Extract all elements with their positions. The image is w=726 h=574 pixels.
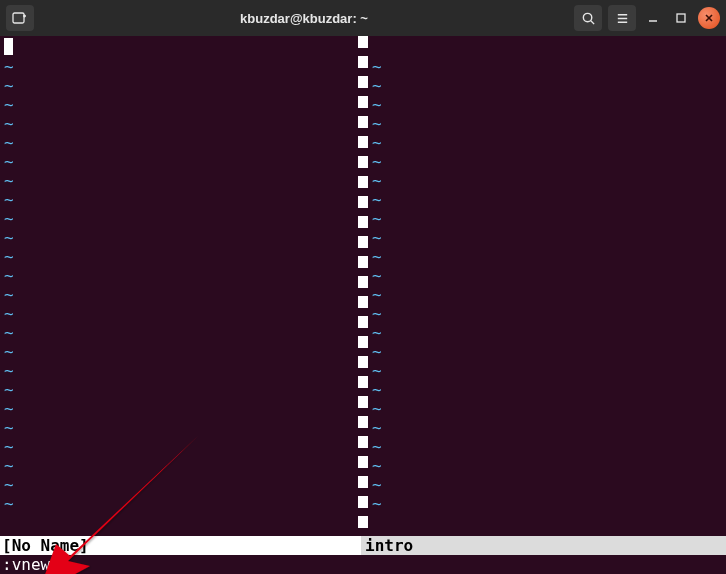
tilde-row: ~ (372, 190, 722, 209)
tilde-row: ~ (372, 266, 722, 285)
svg-point-1 (583, 13, 591, 21)
tilde-row: ~ (4, 456, 354, 475)
tilde-row: ~ (372, 133, 722, 152)
tilde-row: ~ (4, 323, 354, 342)
tilde-row: ~ (372, 323, 722, 342)
tilde-row: ~ (4, 228, 354, 247)
tilde-row: ~ (4, 190, 354, 209)
tilde-row: ~ (372, 285, 722, 304)
tilde-row: ~ (4, 152, 354, 171)
tilde-row: ~ (372, 494, 722, 513)
titlebar-right (574, 5, 720, 31)
tilde-row: ~ (4, 342, 354, 361)
vim-command-line[interactable]: :vnew (0, 555, 726, 574)
svg-line-2 (590, 20, 593, 23)
tilde-row: ~ (4, 361, 354, 380)
minimize-icon (647, 12, 659, 24)
terminal[interactable]: ~ ~ ~ ~ ~ ~ ~ ~ ~ ~ ~ ~ ~ ~ ~ ~ ~ ~ ~ ~ … (0, 36, 726, 574)
svg-rect-0 (13, 13, 24, 23)
tilde-row: ~ (4, 57, 354, 76)
titlebar-left (6, 5, 34, 31)
right-pane[interactable]: ~ ~ ~ ~ ~ ~ ~ ~ ~ ~ ~ ~ ~ ~ ~ ~ ~ ~ ~ ~ … (368, 36, 726, 536)
window-title: kbuzdar@kbuzdar: ~ (34, 11, 574, 26)
close-button[interactable] (698, 7, 720, 29)
tilde-row: ~ (4, 380, 354, 399)
tilde-row: ~ (4, 171, 354, 190)
tilde-row: ~ (372, 361, 722, 380)
search-icon (581, 11, 596, 26)
tilde-row: ~ (4, 209, 354, 228)
tilde-row: ~ (4, 133, 354, 152)
tilde-row: ~ (372, 399, 722, 418)
tilde-row: ~ (4, 399, 354, 418)
tilde-row: ~ (372, 437, 722, 456)
new-tab-icon (12, 10, 28, 26)
svg-rect-7 (677, 14, 685, 22)
tilde-row: ~ (4, 266, 354, 285)
tilde-row: ~ (4, 76, 354, 95)
tilde-row: ~ (4, 114, 354, 133)
tilde-row: ~ (372, 304, 722, 323)
maximize-button[interactable] (670, 7, 692, 29)
cursor (4, 38, 13, 55)
tilde-row: ~ (372, 247, 722, 266)
tilde-row: ~ (4, 285, 354, 304)
tilde-row: ~ (372, 456, 722, 475)
window-titlebar: kbuzdar@kbuzdar: ~ (0, 0, 726, 36)
vim-editor[interactable]: ~ ~ ~ ~ ~ ~ ~ ~ ~ ~ ~ ~ ~ ~ ~ ~ ~ ~ ~ ~ … (0, 36, 726, 536)
right-pane-line-1 (372, 38, 722, 57)
tilde-row: ~ (372, 76, 722, 95)
left-pane-line-1 (4, 38, 354, 57)
search-button[interactable] (574, 5, 602, 31)
left-pane[interactable]: ~ ~ ~ ~ ~ ~ ~ ~ ~ ~ ~ ~ ~ ~ ~ ~ ~ ~ ~ ~ … (0, 36, 358, 536)
minimize-button[interactable] (642, 7, 664, 29)
tilde-row: ~ (4, 304, 354, 323)
tilde-row: ~ (372, 57, 722, 76)
tilde-row: ~ (372, 475, 722, 494)
menu-button[interactable] (608, 5, 636, 31)
new-tab-button[interactable] (6, 5, 34, 31)
tilde-row: ~ (4, 95, 354, 114)
tilde-row: ~ (4, 437, 354, 456)
statusline-left: [No Name] (0, 536, 361, 555)
close-icon (704, 13, 714, 23)
tilde-row: ~ (372, 380, 722, 399)
maximize-icon (675, 12, 687, 24)
tilde-row: ~ (372, 152, 722, 171)
tilde-row: ~ (4, 247, 354, 266)
tilde-row: ~ (4, 494, 354, 513)
statusline-right: intro (361, 536, 726, 555)
tilde-row: ~ (372, 171, 722, 190)
tilde-row: ~ (372, 418, 722, 437)
tilde-row: ~ (372, 342, 722, 361)
tilde-row: ~ (4, 418, 354, 437)
tilde-row: ~ (372, 95, 722, 114)
vim-statusline: [No Name] intro (0, 536, 726, 555)
tilde-row: ~ (372, 228, 722, 247)
tilde-row: ~ (4, 475, 354, 494)
tilde-row: ~ (372, 114, 722, 133)
vertical-split (358, 36, 368, 536)
tilde-row: ~ (372, 209, 722, 228)
menu-icon (615, 11, 630, 26)
